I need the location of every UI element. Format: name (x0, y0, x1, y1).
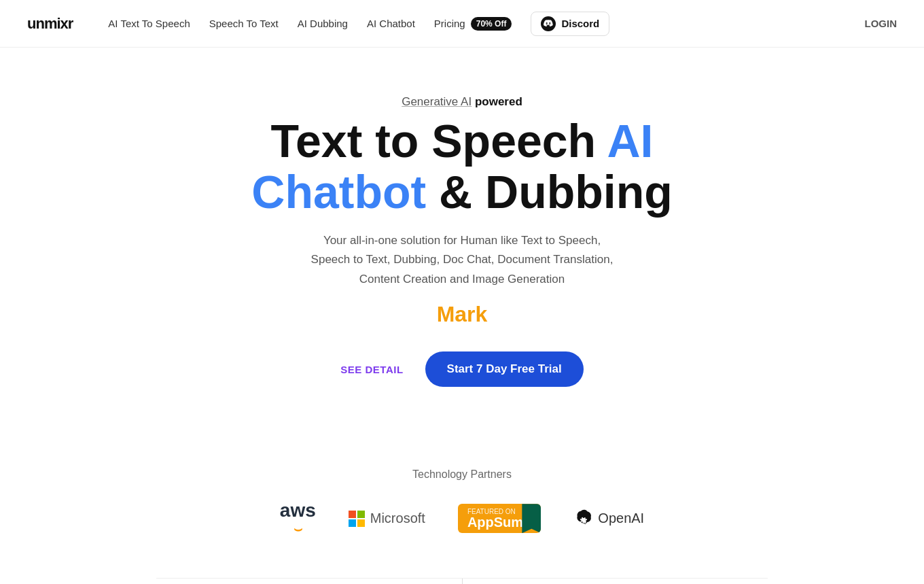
ms-square-blue (349, 519, 356, 527)
hero-title-part1: Text to Speech (271, 115, 607, 167)
login-button[interactable]: LOGIN (865, 18, 898, 29)
openai-name: OpenAI (598, 511, 644, 526)
openai-icon (573, 509, 592, 528)
appsumo-name: AppSumo (467, 515, 531, 529)
hero-title: Text to Speech AI Chatbot & Dubbing (183, 116, 741, 218)
stat-active-users: +50,000 👥 Active Users (156, 579, 463, 584)
appsumo-logo: FEATURED ON AppSumo (458, 504, 541, 533)
hero-name: Mark (183, 302, 741, 327)
aws-text: aws (280, 500, 316, 521)
nav-pricing-wrapper: Pricing 70% Off (434, 17, 512, 31)
appsumo-featured-on: FEATURED ON (467, 508, 516, 515)
nav-ai-text-to-speech[interactable]: AI Text To Speech (108, 18, 190, 29)
hero-section: Generative AI powered Text to Speech AI … (156, 48, 768, 455)
stats-section: +50,000 👥 Active Users +500,000 ♪ Audio … (156, 578, 768, 584)
hero-subtitle-powered: powered (475, 95, 522, 108)
nav-speech-to-text[interactable]: Speech To Text (209, 18, 279, 29)
ms-square-yellow (357, 519, 365, 527)
nav-pricing[interactable]: Pricing (434, 18, 465, 29)
aws-arrow-icon: ⌣ (294, 521, 302, 537)
partners-section: Technology Partners aws ⌣ Microsoft FEAT… (0, 455, 924, 564)
microsoft-squares-icon (349, 511, 365, 527)
appsumo-bookmark-icon (522, 504, 541, 533)
hero-subtitle: Generative AI powered (183, 95, 741, 109)
nav-links: AI Text To Speech Speech To Text AI Dubb… (108, 12, 842, 36)
ms-square-green (357, 511, 365, 518)
discord-icon (541, 16, 556, 31)
nav-ai-dubbing[interactable]: AI Dubbing (298, 18, 348, 29)
pricing-badge: 70% Off (471, 17, 512, 31)
aws-logo: aws ⌣ (280, 500, 316, 537)
hero-title-part2: & Dubbing (426, 166, 673, 218)
hero-description: Your all-in-one solution for Human like … (183, 231, 741, 290)
partners-logos: aws ⌣ Microsoft FEATURED ON AppSumo Open… (27, 500, 897, 537)
navbar: unmixr AI Text To Speech Speech To Text … (0, 0, 924, 48)
microsoft-name: Microsoft (370, 511, 425, 526)
microsoft-logo: Microsoft (349, 511, 425, 527)
hero-actions: SEE DETAIL Start 7 Day Free Trial (183, 351, 741, 387)
trial-button[interactable]: Start 7 Day Free Trial (425, 351, 584, 387)
stat-audio-generated: +500,000 ♪ Audio Generated (463, 579, 768, 584)
hero-subtitle-underline: Generative AI (402, 95, 472, 108)
see-detail-link[interactable]: SEE DETAIL (340, 364, 403, 375)
nav-ai-chatbot[interactable]: AI Chatbot (367, 18, 415, 29)
openai-logo: OpenAI (573, 509, 644, 528)
discord-button[interactable]: Discord (531, 12, 609, 36)
partners-title: Technology Partners (27, 468, 897, 481)
discord-label: Discord (561, 18, 599, 29)
ms-square-red (349, 511, 356, 518)
logo[interactable]: unmixr (27, 15, 73, 33)
